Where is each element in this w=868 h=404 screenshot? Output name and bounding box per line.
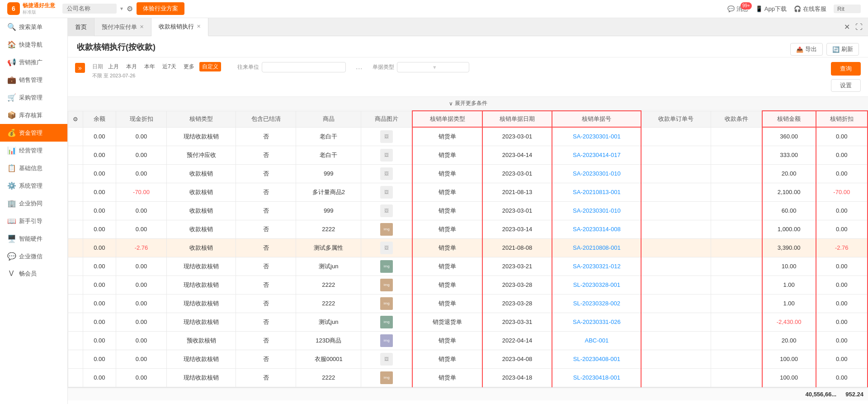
tab-close-button[interactable]: ✕: [842, 21, 852, 33]
online-service-wrap[interactable]: 🎧 在线客服: [794, 5, 826, 13]
td-order-no: [641, 294, 711, 313]
headset-icon: 🎧: [794, 5, 801, 12]
trial-button[interactable]: 体验行业方案: [137, 2, 184, 15]
tab-collection-close-icon[interactable]: ✕: [197, 24, 201, 29]
td-doc-no[interactable]: SL-20230328-001: [552, 276, 641, 294]
td-doc-no[interactable]: SL-20230408-001: [552, 350, 641, 368]
sidebar-item-sales[interactable]: 💼销售管理: [0, 71, 67, 89]
sidebar-search-icon: 🔍: [7, 23, 15, 31]
table-row[interactable]: 0.00 0.00 现结收款核销 否 测试jun img 销货单 2023-03…: [68, 257, 868, 276]
sidebar-item-system[interactable]: ⚙️系统管理: [0, 177, 67, 195]
messages-wrap[interactable]: 💬 消息 99+: [727, 5, 748, 13]
table-row[interactable]: 0.00 -70.00 收款核销 否 多计量商品2 🖼 销货单 2021-08-…: [68, 183, 868, 201]
td-doc-type: 销货单: [412, 257, 482, 276]
tab-maximize-button[interactable]: ⛶: [854, 21, 864, 33]
td-doc-date: 2021-08-08: [482, 238, 552, 257]
td-doc-no[interactable]: SA-20230301-010: [552, 201, 641, 220]
sidebar-item-operation[interactable]: 📊经营管理: [0, 142, 67, 159]
refresh-button[interactable]: 🔄 刷新: [826, 43, 859, 56]
sidebar-item-shortcuts[interactable]: 🏠快捷导航: [0, 36, 67, 53]
query-button[interactable]: 查询: [831, 62, 861, 76]
app-download-wrap[interactable]: 📱 App下载: [755, 5, 787, 13]
td-doc-type: 销货单: [412, 127, 482, 146]
td-doc-no[interactable]: SA-20230414-017: [552, 146, 641, 164]
table-row[interactable]: 0.00 0.00 现结收款核销 否 2222 img 销货单 2023-03-…: [68, 294, 868, 313]
td-discount: -70.00: [816, 183, 868, 201]
this-month-btn[interactable]: 本月: [124, 62, 139, 71]
sidebar-basic-label: 基础信息: [19, 164, 42, 172]
sidebar-item-member[interactable]: V畅会员: [0, 265, 67, 282]
filter-settings-button[interactable]: 设置: [831, 79, 861, 92]
td-balance: 0.00: [83, 146, 116, 164]
td-balance: 0.00: [83, 201, 116, 220]
table-row[interactable]: 0.00 0.00 现结收款核销 否 2222 img 销货单 2023-03-…: [68, 276, 868, 294]
td-doc-no[interactable]: SA-20230321-012: [552, 257, 641, 276]
tab-bar: 首页 预付冲应付单 ✕ 收款核销执行 ✕ ✕ ⛶: [68, 18, 868, 36]
sidebar-item-guide[interactable]: 📖新手引导: [0, 212, 67, 230]
expand-more-bar[interactable]: ∨ 展开更多条件: [68, 97, 868, 110]
company-chevron-icon[interactable]: ▾: [120, 5, 123, 12]
sidebar-item-basic[interactable]: 📋基础信息: [0, 159, 67, 177]
td-cash-discount: 0.00: [116, 257, 167, 276]
td-doc-no[interactable]: SA-20230301-001: [552, 127, 641, 146]
td-doc-no[interactable]: SL-20230418-001: [552, 368, 641, 387]
td-goods-img: 🖼: [361, 164, 413, 183]
td-doc-no[interactable]: SA-20230331-026: [552, 313, 641, 331]
td-doc-date: 2023-03-01: [482, 164, 552, 183]
sidebar-item-enterprise[interactable]: 🏢企业协同: [0, 195, 67, 212]
table-row[interactable]: 0.00 0.00 收款核销 否 999 🖼 销货单 2023-03-01 SA…: [68, 201, 868, 220]
export-button[interactable]: 📤 导出: [790, 43, 823, 56]
table-row[interactable]: 0.00 0.00 现结收款核销 否 衣服00001 🖼 销货单 2023-04…: [68, 350, 868, 368]
more-date-btn[interactable]: 更多: [181, 62, 197, 71]
table-row[interactable]: 0.00 0.00 收款核销 否 999 🖼 销货单 2023-03-01 SA…: [68, 164, 868, 183]
partner-input[interactable]: [266, 64, 342, 71]
td-discount: 0.00: [816, 368, 868, 387]
user-avatar[interactable]: Rit: [834, 5, 861, 13]
settings-icon[interactable]: ⚙: [127, 5, 133, 13]
online-service-label: 在线客服: [803, 5, 826, 13]
sidebar-enterprise-label: 企业协同: [19, 200, 42, 208]
tab-prepay[interactable]: 预付冲应付单 ✕: [94, 18, 151, 36]
company-selector[interactable]: 公司名称: [62, 4, 117, 14]
tab-prepay-close-icon[interactable]: ✕: [140, 24, 144, 30]
table-row[interactable]: 0.00 0.00 预收款核销 否 123D商品 img 销货单 2022-04…: [68, 331, 868, 350]
filter-expand-button[interactable]: »: [75, 63, 85, 73]
table-row[interactable]: 0.00 0.00 现结收款核销 否 测试jun img 销货退货单 2023-…: [68, 313, 868, 331]
table-row[interactable]: 0.00 0.00 预付冲应收 否 老白干 🖼 销货单 2023-04-14 S…: [68, 146, 868, 164]
partner-input-wrap[interactable]: [262, 62, 346, 72]
td-settings: [68, 276, 83, 294]
td-doc-no[interactable]: ABC-001: [552, 331, 641, 350]
sidebar-item-wechat[interactable]: 💬企业微信: [0, 247, 67, 265]
custom-date-btn[interactable]: 自定义: [199, 62, 221, 71]
prev-month-btn[interactable]: 上月: [106, 62, 121, 71]
td-goods-img: img: [361, 313, 413, 331]
td-doc-no[interactable]: SA-20210813-001: [552, 183, 641, 201]
sidebar-item-marketing[interactable]: 📢营销推广: [0, 53, 67, 71]
doctype-select[interactable]: ▾: [397, 62, 469, 72]
sidebar-item-finance[interactable]: 💰资金管理: [0, 124, 67, 142]
this-year-btn[interactable]: 本年: [142, 62, 157, 71]
logo-line2: 标准版: [23, 9, 55, 15]
table-row[interactable]: 0.00 -2.76 收款核销 否 测试多属性 🖼 销货单 2021-08-08…: [68, 238, 868, 257]
tab-home[interactable]: 首页: [68, 18, 94, 36]
td-closed: 否: [236, 313, 296, 331]
td-cash-discount: 0.00: [116, 350, 167, 368]
td-discount: -2.76: [816, 238, 868, 257]
sidebar-item-purchase[interactable]: 🛒采购管理: [0, 89, 67, 106]
td-doc-type: 销货单: [412, 350, 482, 368]
td-doc-no[interactable]: SA-20230301-010: [552, 164, 641, 183]
td-doc-no[interactable]: SA-20210808-001: [552, 238, 641, 257]
td-doc-no[interactable]: SL-20230328-002: [552, 294, 641, 313]
sidebar-item-hardware[interactable]: 🖥️智能硬件: [0, 230, 67, 247]
th-settings[interactable]: ⚙: [68, 111, 83, 127]
7days-btn[interactable]: 近7天: [160, 62, 179, 71]
table-row[interactable]: 0.00 0.00 收款核销 否 2222 img 销货单 2023-03-14…: [68, 220, 868, 238]
td-doc-no[interactable]: SA-20230314-008: [552, 220, 641, 238]
table-row[interactable]: 0.00 0.00 现结收款核销 否 老白干 🖼 销货单 2023-03-01 …: [68, 127, 868, 146]
sidebar-item-inventory[interactable]: 📦库存核算: [0, 106, 67, 124]
td-balance: 0.00: [83, 368, 116, 387]
td-closed: 否: [236, 127, 296, 146]
sidebar-item-search[interactable]: 🔍搜索菜单: [0, 18, 67, 36]
table-row[interactable]: 0.00 0.00 现结收款核销 否 2222 img 销货单 2023-04-…: [68, 368, 868, 387]
tab-collection[interactable]: 收款核销执行 ✕: [151, 18, 208, 36]
